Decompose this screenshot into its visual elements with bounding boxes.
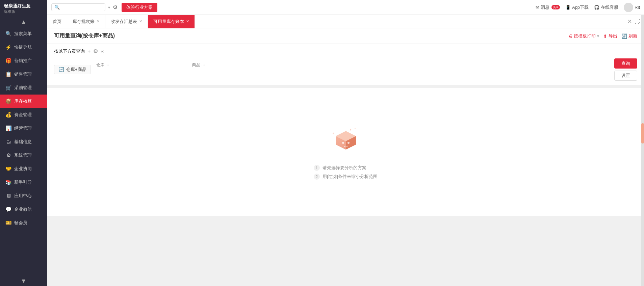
filter-header-label: 按以下方案查询 xyxy=(54,48,85,54)
sidebar-item-membership[interactable]: 🎫 畅会员 xyxy=(0,216,47,230)
export-label: 导出 xyxy=(609,33,617,39)
chart-icon: 📊 xyxy=(5,125,11,131)
close-all-icon[interactable]: ✕ xyxy=(627,18,632,25)
scroll-up-button[interactable]: ▲ xyxy=(0,17,47,27)
online-service-button[interactable]: 🎧 在线客服 xyxy=(594,4,618,10)
svg-text:✦: ✦ xyxy=(354,128,356,130)
export-button[interactable]: ⬆ 导出 xyxy=(603,33,617,39)
sidebar-item-wechat[interactable]: 💬 企业微信 xyxy=(0,203,47,216)
collapse-filter-button[interactable]: « xyxy=(101,48,104,54)
product-more-icon[interactable]: ··· xyxy=(202,62,205,67)
tip-text-2: 用[过滤]条件来缩小分析范围 xyxy=(323,174,378,180)
sidebar-item-operations[interactable]: 📊 经营管理 xyxy=(0,122,47,135)
scheme-icon: 🔄 xyxy=(58,67,64,72)
sidebar-item-label: 基础信息 xyxy=(14,139,32,145)
sidebar-item-label: 库存核算 xyxy=(14,98,32,104)
sidebar-item-sales[interactable]: 📋 销售管理 xyxy=(0,68,47,81)
empty-state: ✦ ✦ ✦ 1 请先选择要分析的方案 2 用[过滤]条件来缩小分析范围 xyxy=(47,88,644,216)
tab-home[interactable]: 首页 xyxy=(47,15,67,28)
sidebar-item-search[interactable]: 🔍 搜索菜单 xyxy=(0,27,47,41)
headset-icon: 🎧 xyxy=(594,5,599,10)
svg-text:✦: ✦ xyxy=(349,128,352,132)
product-input[interactable] xyxy=(192,69,280,77)
gear-icon: ⚙ xyxy=(5,152,11,158)
warehouse-input[interactable] xyxy=(96,69,184,77)
sidebar-item-label: 系统管理 xyxy=(14,152,32,158)
scheme-settings-button[interactable]: ⚙ xyxy=(93,48,98,54)
desktop-icon: 🖥 xyxy=(5,193,11,199)
dropdown-chevron-icon[interactable]: ▾ xyxy=(108,5,110,10)
filter-fields: 仓库 ··· 商品 ··· xyxy=(96,62,609,77)
empty-tips: 1 请先选择要分析的方案 2 用[过滤]条件来缩小分析范围 xyxy=(314,165,378,180)
cart-icon: 🛒 xyxy=(5,85,11,91)
lightning-icon: ⚡ xyxy=(5,44,11,50)
tab-label: 库存批次账 xyxy=(73,19,95,25)
column-settings-button[interactable]: 设置 xyxy=(614,71,637,81)
product-field: 商品 ··· xyxy=(192,62,280,77)
tab-available-qty[interactable]: 可用量库存账本 ✕ xyxy=(148,15,195,28)
handshake-icon: 🤝 xyxy=(5,166,11,172)
search-input[interactable] xyxy=(61,5,95,10)
app-subtitle: 标准版 xyxy=(4,9,43,14)
print-button[interactable]: 🖨 按模板打印 ▾ xyxy=(568,33,599,39)
scrollbar-thumb[interactable] xyxy=(641,123,644,144)
main-area: 🔍 ▾ ⚙ 体验行业方案 ✉ 消息 99+ 📱 App下载 🎧 在线客服 Rit xyxy=(47,0,644,286)
sidebar-item-label: 快捷导航 xyxy=(14,44,32,50)
sidebar-item-inventory[interactable]: 📦 库存核算 xyxy=(0,95,47,108)
topbar-right: ✉ 消息 99+ 📱 App下载 🎧 在线客服 Rit xyxy=(536,3,640,12)
resize-icon[interactable]: ⛶ xyxy=(635,19,640,25)
sidebar-item-label: 应用中心 xyxy=(14,193,32,199)
close-tab-icon[interactable]: ✕ xyxy=(139,19,142,24)
filter-header: 按以下方案查询 + ⚙ « xyxy=(54,48,637,54)
add-scheme-button[interactable]: + xyxy=(87,48,91,54)
export-icon: ⬆ xyxy=(603,33,607,39)
box-icon: 📦 xyxy=(5,98,11,104)
sidebar: 畅康通好生意 标准版 ▲ 🔍 搜索菜单 ⚡ 快捷导航 🎁 营销推广 📋 销售管理… xyxy=(0,0,47,286)
print-label: 按模板打印 xyxy=(574,33,596,39)
filter-scheme-item[interactable]: 🔄 仓库+商品 xyxy=(54,65,91,74)
scroll-down-button[interactable]: ▼ xyxy=(0,276,47,286)
query-button[interactable]: 查询 xyxy=(614,58,637,69)
sidebar-item-purchase[interactable]: 🛒 采购管理 xyxy=(0,81,47,95)
sidebar-item-system[interactable]: ⚙ 系统管理 xyxy=(0,149,47,162)
topbar-search-box[interactable]: 🔍 xyxy=(51,3,105,11)
sidebar-item-enterprise[interactable]: 🤝 企业协同 xyxy=(0,162,47,176)
sidebar-item-app-center[interactable]: 🖥 应用中心 xyxy=(0,189,47,203)
trial-btn[interactable]: 体验行业方案 xyxy=(122,3,157,12)
refresh-icon: 🔄 xyxy=(621,33,627,39)
tab-collect-summary[interactable]: 收发存汇总表 ✕ xyxy=(105,15,148,28)
page-content: 可用量查询(按仓库+商品) 🖨 按模板打印 ▾ ⬆ 导出 🔄 刷新 xyxy=(47,28,644,286)
sidebar-item-newbie[interactable]: 📚 新手引导 xyxy=(0,176,47,189)
ticket-icon: 🎫 xyxy=(5,220,11,226)
sidebar-item-label: 企业微信 xyxy=(14,206,32,212)
sidebar-item-label: 企业协同 xyxy=(14,166,32,172)
warehouse-more-icon[interactable]: ··· xyxy=(106,62,109,67)
sidebar-item-label: 搜索菜单 xyxy=(14,31,32,37)
search-icon: 🔍 xyxy=(5,31,11,37)
sidebar-item-marketing[interactable]: 🎁 营销推广 xyxy=(0,54,47,68)
tab-label: 收发存汇总表 xyxy=(111,19,137,25)
sidebar-item-label: 畅会员 xyxy=(14,220,27,226)
sidebar-item-finance[interactable]: 💰 资金管理 xyxy=(0,108,47,122)
refresh-button[interactable]: 🔄 刷新 xyxy=(621,33,637,39)
page-header-actions: 🖨 按模板打印 ▾ ⬆ 导出 🔄 刷新 xyxy=(568,33,637,39)
sidebar-item-basic-info[interactable]: 🗂 基础信息 xyxy=(0,135,47,149)
sidebar-item-label: 采购管理 xyxy=(14,85,32,91)
settings-icon[interactable]: ⚙ xyxy=(113,4,118,10)
warehouse-field: 仓库 ··· xyxy=(96,62,184,77)
close-tab-icon[interactable]: ✕ xyxy=(97,19,100,24)
user-menu[interactable]: Rit xyxy=(624,3,640,12)
sidebar-logo: 畅康通好生意 标准版 xyxy=(0,0,47,17)
app-download-button[interactable]: 📱 App下载 xyxy=(565,4,589,10)
message-button[interactable]: ✉ 消息 99+ xyxy=(536,4,560,10)
tab-batch-account[interactable]: 库存批次账 ✕ xyxy=(67,15,105,28)
sidebar-item-label: 销售管理 xyxy=(14,71,32,77)
close-tab-icon[interactable]: ✕ xyxy=(186,19,189,24)
sidebar-item-quick-nav[interactable]: ⚡ 快捷导航 xyxy=(0,41,47,54)
tabs-bar: 首页 库存批次账 ✕ 收发存汇总表 ✕ 可用量库存账本 ✕ ✕ ⛶ xyxy=(47,15,644,28)
money-icon: 💰 xyxy=(5,112,11,118)
print-chevron-icon[interactable]: ▾ xyxy=(597,34,599,38)
tip-text-1: 请先选择要分析的方案 xyxy=(323,165,366,171)
message-badge: 99+ xyxy=(551,5,560,9)
print-icon: 🖨 xyxy=(568,33,572,39)
